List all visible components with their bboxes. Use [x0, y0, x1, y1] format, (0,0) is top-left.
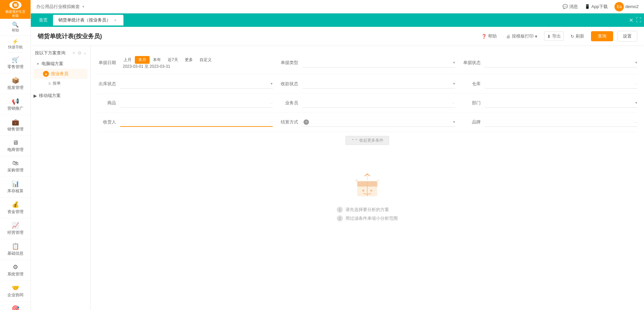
- date-more-btn[interactable]: 更多: [181, 56, 196, 64]
- brand-select[interactable]: ···: [485, 117, 637, 127]
- order-scheme-icon: ≡: [48, 81, 51, 86]
- sidebar-item-operations[interactable]: 📈 经营管理: [0, 218, 31, 239]
- empty-tip-2: 2 用过滤条件来缩小分析范围: [337, 215, 398, 221]
- export-button[interactable]: ⬇ 导出: [544, 32, 564, 41]
- svg-point-8: [355, 179, 358, 182]
- date-custom-btn[interactable]: 自定义: [196, 56, 215, 64]
- inventory-icon: 📊: [12, 180, 19, 188]
- sidebar-quick-nav[interactable]: ⚡ 快捷导航: [8, 36, 23, 53]
- sidebar-item-purchase[interactable]: 🛍 采购管理: [0, 156, 31, 177]
- empty-illustration: [351, 168, 384, 201]
- template-print-button[interactable]: 🖨 按模板打印 ▾: [503, 32, 540, 41]
- desktop-scheme-label: 电脑端方案: [42, 61, 63, 67]
- tab-sales-stat[interactable]: 销货单统计表（按业务员） ×: [53, 15, 123, 25]
- sidebar-item-retail[interactable]: 🛒 零售管理: [0, 53, 31, 73]
- mobile-scheme-toggle[interactable]: ▶ 移动端方案: [31, 91, 90, 101]
- settings-scheme-button[interactable]: ⚙: [77, 50, 82, 56]
- salesman-select[interactable]: ···: [302, 98, 455, 108]
- left-panel-title: 按以下方案查询: [35, 50, 65, 56]
- dept-select[interactable]: ▾: [485, 98, 637, 108]
- refresh-button[interactable]: ↻ 刷新: [568, 32, 587, 41]
- print-icon: 🖨: [506, 34, 511, 39]
- topbar-right: 💬 消息 📱 App下载 Ea demo2: [562, 2, 639, 11]
- scheme-salesman-label: 按业务员: [51, 71, 68, 77]
- sidebar-search-item[interactable]: 🔍 帮助: [0, 19, 31, 36]
- sidebar-item-sales[interactable]: 💼 销售管理: [0, 115, 31, 136]
- sidebar-item-system[interactable]: ⚙ 系统管理: [0, 260, 31, 281]
- doc-type-dropdown-icon: ▾: [453, 60, 455, 65]
- sidebar-item-inventory[interactable]: 📊 库存核算: [0, 177, 31, 198]
- tab-sales-stat-label: 销货单统计表（按业务员）: [58, 17, 111, 23]
- filter-doc-status-cell: 单据状态 ▾: [462, 57, 637, 69]
- tab-sales-stat-close[interactable]: ×: [113, 17, 118, 23]
- logo-icon: 畅: [9, 1, 21, 9]
- enterprise-icon: 🤝: [12, 284, 19, 292]
- purchase-icon: 🛍: [12, 160, 18, 167]
- date-last-month-btn[interactable]: 上月: [120, 56, 135, 64]
- help-button[interactable]: ❓ 帮助: [479, 32, 499, 41]
- consignee-input[interactable]: ···: [120, 117, 273, 127]
- sidebar-item-wholesale[interactable]: 📦 批发管理: [0, 73, 31, 94]
- filter-warehouse-cell: 仓库 ···: [462, 78, 637, 90]
- payment-status-dropdown-icon: ▾: [453, 82, 455, 86]
- sidebar-item-enterprise[interactable]: 🤝 企业协同: [0, 281, 31, 302]
- sidebar-item-newbie[interactable]: 🎯 新手引导: [0, 302, 31, 310]
- tabbar: 首页 销货单统计表（按业务员） × ✕ ⛶: [31, 13, 644, 27]
- template-print-dropdown-icon[interactable]: ▾: [535, 34, 537, 39]
- desktop-scheme-arrow-icon: ▼: [36, 62, 40, 66]
- mobile-scheme-group: ▶ 移动端方案: [31, 91, 90, 101]
- scheme-by-salesman[interactable]: ● 按业务员: [34, 69, 88, 79]
- ecommerce-icon: 🖥: [12, 139, 18, 146]
- filter-row-2: 出库状态 ▾ 收款状态 ▾ 仓库: [97, 74, 637, 94]
- warehouse-select[interactable]: ···: [485, 79, 637, 89]
- scheme-by-order[interactable]: ≡ 按单: [46, 79, 88, 88]
- filter-row-1: 单据日期 上月 本月 本年 近7天 更多 自定义 2023-03-01 至 20…: [97, 51, 637, 74]
- retail-icon: 🛒: [12, 56, 19, 63]
- date-range-value: 2023-03-01 至 2023-03-31: [123, 64, 273, 69]
- sidebar-item-basic[interactable]: 📋 基础信息: [0, 239, 31, 260]
- date-filter-buttons: 上月 本月 本年 近7天 更多 自定义: [120, 56, 273, 64]
- finance-icon: 💰: [12, 201, 19, 208]
- filter-goods-cell: 商品 ···: [97, 97, 273, 109]
- brand-more-icon: ···: [634, 120, 637, 124]
- collapse-filters-button[interactable]: ⌃⌃ 收起更多条件: [345, 136, 389, 145]
- date-this-year-btn[interactable]: 本年: [150, 56, 164, 64]
- user-profile-button[interactable]: Ea demo2: [614, 2, 639, 11]
- tab-close-all-button[interactable]: ✕: [629, 17, 633, 23]
- desktop-scheme-toggle[interactable]: ▼ 电脑端方案: [34, 59, 88, 69]
- sidebar-quick-label: 快捷导航: [8, 45, 23, 50]
- settings-button[interactable]: 设置: [617, 31, 637, 42]
- settlement-select[interactable]: × ▾: [302, 117, 455, 127]
- collapse-panel-button[interactable]: «: [84, 51, 86, 56]
- message-icon: 💬: [562, 4, 568, 9]
- add-scheme-button[interactable]: +: [72, 50, 75, 56]
- query-button[interactable]: 查询: [591, 31, 613, 41]
- goods-select[interactable]: ···: [120, 98, 273, 108]
- sidebar-item-ecommerce[interactable]: 🖥 电商管理: [0, 136, 31, 156]
- out-status-dropdown-icon: ▾: [271, 82, 273, 86]
- payment-status-select[interactable]: ▾: [302, 79, 455, 89]
- warehouse-label: 仓库: [462, 81, 482, 87]
- date-7days-btn[interactable]: 近7天: [164, 56, 181, 64]
- svg-point-6: [362, 190, 364, 192]
- doc-type-select[interactable]: ▾: [302, 58, 455, 67]
- sidebar-item-finance[interactable]: 💰 资金管理: [0, 198, 31, 218]
- tab-maximize-button[interactable]: ⛶: [636, 17, 641, 23]
- sidebar-item-marketing[interactable]: 📢 营销推广: [0, 94, 31, 115]
- doc-status-dropdown-icon: ▾: [635, 60, 637, 65]
- app-download-button[interactable]: 📱 App下载: [585, 4, 608, 10]
- sidebar-logo: 畅 畅捷通好生意 标版: [0, 0, 31, 19]
- out-status-select[interactable]: ▾: [120, 79, 273, 89]
- wholesale-icon: 📦: [12, 77, 19, 84]
- app-selector-dropdown-icon[interactable]: ▾: [83, 5, 84, 8]
- tabbar-actions: ✕ ⛶: [629, 17, 644, 23]
- settlement-clear-btn[interactable]: ×: [304, 119, 309, 125]
- date-this-month-btn[interactable]: 本月: [135, 56, 150, 64]
- message-button[interactable]: 💬 消息: [562, 4, 578, 10]
- newbie-icon: 🎯: [12, 305, 19, 310]
- refresh-icon: ↻: [571, 34, 574, 39]
- tab-home[interactable]: 首页: [34, 15, 53, 25]
- doc-status-select[interactable]: ▾: [485, 58, 637, 67]
- collapse-bar: ⌃⌃ 收起更多条件: [97, 133, 637, 148]
- warehouse-more-icon: ···: [634, 82, 637, 86]
